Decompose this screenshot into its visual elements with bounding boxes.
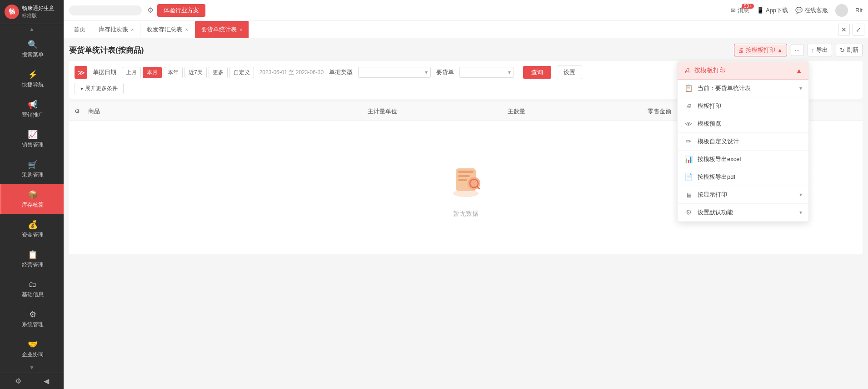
sidebar-settings-icon[interactable]: ⚙ xyxy=(15,377,21,385)
default-func-label: 设置默认功能 xyxy=(698,208,733,217)
template-design-item[interactable]: 模板自定义设计 xyxy=(678,133,808,151)
sidebar-item-operations[interactable]: 📋经营管理 xyxy=(0,244,64,274)
print-chevron-icon: ▲ xyxy=(777,47,783,54)
sidebar-icon-marketing: 📢 xyxy=(28,100,38,110)
service-icon: 💬 xyxy=(795,7,803,14)
messages-group[interactable]: ✉ 消息 99+ xyxy=(731,6,749,15)
type-select-chevron: ▾ xyxy=(425,69,428,76)
topbar-right: ✉ 消息 99+ 📱 App下载 💬 在线客服 Rit xyxy=(731,4,863,17)
default-func-item[interactable]: 设置默认功能 ▾ xyxy=(678,204,808,222)
logo-text: 畅康通好生意 标准版 xyxy=(22,5,55,19)
default-func-chevron: ▾ xyxy=(799,209,802,216)
expand-icon[interactable]: ≫ xyxy=(75,66,87,79)
tabs-right-controls: ✕ ⤢ xyxy=(838,24,864,35)
expand-more-button[interactable]: ▾ 展开更多条件 xyxy=(75,83,124,94)
sidebar-label-system: 系统管理 xyxy=(22,321,44,328)
search-input[interactable] xyxy=(69,5,142,15)
settings-button[interactable]: 设置 xyxy=(557,66,582,79)
sidebar-label-quicknav: 快捷导航 xyxy=(22,81,44,89)
type-select-wrapper: ▾ xyxy=(358,67,431,78)
sidebar-icon-purchase: 🛒 xyxy=(28,160,38,170)
type-label: 单据类型 xyxy=(329,68,353,76)
template-print-icon xyxy=(684,102,693,110)
sidebar-item-inventory[interactable]: 📦库存核算 xyxy=(0,184,64,214)
sidebar-scroll-up[interactable]: ▲ xyxy=(0,24,64,34)
type-select[interactable]: ▾ xyxy=(358,67,431,78)
sidebar-label-finance: 资金管理 xyxy=(22,231,44,239)
sidebar-item-system[interactable]: ⚙系统管理 xyxy=(0,304,64,334)
date-btn-2[interactable]: 本年 xyxy=(164,67,183,78)
topbar-gear-icon[interactable]: ⚙ xyxy=(147,6,154,15)
display-print-item[interactable]: 按显示打印 ▾ xyxy=(678,186,808,204)
date-btn-5[interactable]: 自定义 xyxy=(229,67,254,78)
template-pdf-item[interactable]: 按模板导出pdf xyxy=(678,168,808,186)
dropdown-title: 🖨 按模板打印 xyxy=(684,66,726,75)
ellipsis-button[interactable]: ··· xyxy=(791,45,804,56)
date-range: 2023-06-01 至 2023-06-30 xyxy=(259,69,324,76)
sidebar-icon-finance: 💰 xyxy=(28,220,38,230)
default-func-icon xyxy=(684,208,693,217)
order-num-chevron: ▾ xyxy=(508,69,511,76)
sidebar-fold-icon[interactable]: ◀ xyxy=(44,377,49,385)
expand-more-icon: ▾ xyxy=(80,86,83,92)
date-btn-0[interactable]: 上月 xyxy=(122,67,141,78)
refresh-label: 刷新 xyxy=(847,46,858,54)
industry-button[interactable]: 体验行业方案 xyxy=(157,4,205,17)
maximize-button[interactable]: ⤢ xyxy=(853,24,864,35)
sidebar-item-quicknav[interactable]: ⚡快捷导航 xyxy=(0,64,64,94)
sidebar-item-finance[interactable]: 💰资金管理 xyxy=(0,214,64,244)
print-button[interactable]: 🖨 按模板打印 ▲ xyxy=(734,44,787,56)
sidebar-item-sales[interactable]: 📈销售管理 xyxy=(0,124,64,154)
sidebar-item-purchase[interactable]: 🛒采购管理 xyxy=(0,154,64,184)
export-button[interactable]: ↑ 导出 xyxy=(808,44,833,56)
date-btn-1[interactable]: 本月 xyxy=(143,67,162,78)
close-tab-button[interactable]: ✕ xyxy=(838,24,850,35)
empty-icon xyxy=(443,157,489,202)
svg-rect-4 xyxy=(458,179,467,181)
tab-receipt_summary[interactable]: 收发存汇总表× xyxy=(140,21,195,38)
date-label: 单据日期 xyxy=(93,68,116,76)
sidebar-item-basic[interactable]: 🗂基础信息 xyxy=(0,274,64,304)
refresh-button[interactable]: ↻ 刷新 xyxy=(836,44,863,56)
current-template-item[interactable]: 📋 当前：要货单统计表 ▾ xyxy=(678,80,808,97)
tab-close-order_stats[interactable]: × xyxy=(239,27,242,32)
sidebar-icon-quicknav: ⚡ xyxy=(28,70,38,80)
date-btn-4[interactable]: 更多 xyxy=(209,67,228,78)
topbar: ⚙ 体验行业方案 ✉ 消息 99+ 📱 App下载 💬 在线客服 Rit xyxy=(64,0,868,21)
display-print-icon xyxy=(684,191,693,199)
sidebar-label-marketing: 营销推广 xyxy=(22,111,44,119)
sidebar-item-marketing[interactable]: 📢营销推广 xyxy=(0,94,64,124)
refresh-icon: ↻ xyxy=(840,47,845,54)
date-btn-3[interactable]: 近7天 xyxy=(185,67,207,78)
template-print-item[interactable]: 模板打印 xyxy=(678,97,808,115)
sidebar-item-search[interactable]: 🔍搜索菜单 xyxy=(0,34,64,64)
tab-close-receipt_summary[interactable]: × xyxy=(185,27,188,32)
dropdown-close-icon[interactable]: ▲ xyxy=(796,67,802,74)
template-excel-item[interactable]: 按模板导出excel xyxy=(678,151,808,168)
sidebar: 畅 畅康通好生意 标准版 ▲ 🔍搜索菜单⚡快捷导航📢营销推广📈销售管理🛒采购管理… xyxy=(0,0,64,389)
sidebar-icon-operations: 📋 xyxy=(28,250,38,260)
template-preview-item[interactable]: 模板预览 xyxy=(678,115,808,133)
col-settings[interactable]: ⚙ xyxy=(75,108,88,115)
template-pdf-label: 按模板导出pdf xyxy=(698,173,735,181)
tab-inventory_batch[interactable]: 库存批次账× xyxy=(92,21,140,38)
app-icon: 📱 xyxy=(757,7,764,14)
sidebar-icon-search: 🔍 xyxy=(28,40,38,50)
app-download-group[interactable]: 📱 App下载 xyxy=(757,6,788,15)
query-button[interactable]: 查询 xyxy=(523,66,551,79)
online-service-group[interactable]: 💬 在线客服 xyxy=(795,6,828,15)
sidebar-item-enterprise[interactable]: 🤝企业协同 xyxy=(0,334,64,363)
svg-rect-2 xyxy=(458,171,474,173)
avatar[interactable] xyxy=(835,4,848,17)
sidebar-scroll-down[interactable]: ▼ xyxy=(0,363,64,373)
online-service-label: 在线客服 xyxy=(804,6,828,15)
date-buttons: 上月本月本年近7天更多自定义 xyxy=(122,67,254,78)
username-label: Rit xyxy=(855,7,863,14)
tab-close-inventory_batch[interactable]: × xyxy=(131,27,134,32)
sidebar-icon-basic: 🗂 xyxy=(29,280,37,289)
col-qty-header: 主数量 xyxy=(508,107,648,116)
export-label: 导出 xyxy=(816,46,828,54)
tab-home[interactable]: 首页 xyxy=(67,21,92,38)
order-num-filter[interactable]: ▾ xyxy=(459,67,514,78)
tab-order_stats[interactable]: 要货单统计表× xyxy=(195,21,249,38)
